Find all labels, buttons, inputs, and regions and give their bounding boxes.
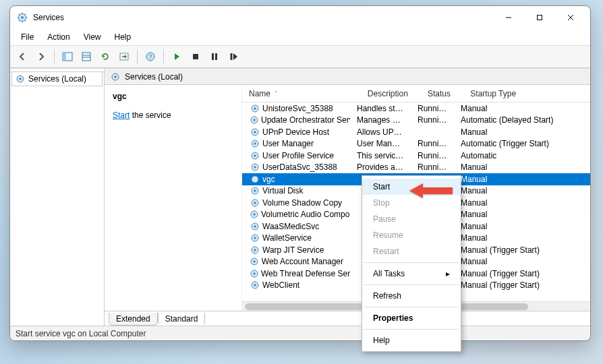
tab-extended[interactable]: Extended [109, 313, 158, 326]
ctx-pause: Pause [362, 211, 461, 227]
ctx-all-tasks[interactable]: All Tasks▸ [362, 266, 461, 282]
tree-root-item[interactable]: Services (Local) [11, 71, 103, 86]
svg-point-57 [254, 260, 256, 263]
service-row[interactable]: UPnP Device HostAllows UPn...Manual [242, 126, 590, 138]
gear-icon [249, 245, 261, 255]
status-text: Start service vgc on Local Computer [16, 329, 146, 338]
nav-back-button[interactable] [14, 49, 30, 65]
svg-point-33 [253, 119, 256, 121]
close-button[interactable] [555, 7, 586, 28]
service-name: Warp JIT Service [262, 245, 324, 255]
service-row[interactable]: Update Orchestrator ServiceManages Wi...… [242, 115, 590, 127]
service-row[interactable]: UserDataSvc_35388Provides ap...RunningMa… [242, 162, 590, 174]
start-service-button[interactable] [169, 49, 185, 65]
tree-pane[interactable]: Services (Local) [10, 69, 105, 326]
service-status: Running [411, 139, 454, 148]
svg-rect-25 [231, 53, 233, 60]
service-startup: Manual [454, 162, 582, 172]
gear-icon [15, 73, 26, 84]
svg-point-1 [21, 16, 24, 19]
maximize-button[interactable] [524, 7, 555, 28]
gear-icon [249, 150, 261, 161]
svg-line-7 [25, 20, 26, 22]
svg-rect-15 [63, 53, 66, 61]
col-name[interactable]: Name˄ [242, 86, 361, 101]
service-name: WebClient [262, 280, 299, 290]
service-startup: Manual [454, 198, 582, 208]
stop-service-button[interactable] [188, 49, 204, 65]
menu-view[interactable]: View [78, 31, 107, 43]
svg-rect-23 [212, 53, 214, 60]
service-row[interactable]: UnistoreSvc_35388Handles sto...RunningMa… [242, 102, 590, 115]
gear-icon [249, 115, 260, 125]
window-controls [493, 7, 586, 28]
show-hide-tree-button[interactable] [59, 49, 76, 65]
svg-line-6 [19, 14, 20, 16]
right-header-label: Services (Local) [125, 72, 183, 82]
app-icon [17, 12, 28, 23]
action-suffix: the service [130, 111, 171, 120]
view-tabs: Extended Standard [105, 311, 590, 326]
menu-action[interactable]: Action [42, 31, 75, 43]
svg-point-59 [253, 272, 256, 275]
svg-point-31 [254, 107, 256, 110]
ctx-restart: Restart [362, 243, 461, 260]
refresh-button[interactable] [97, 49, 113, 65]
col-startup[interactable]: Startup Type [463, 86, 590, 101]
gear-icon [249, 174, 261, 185]
svg-text:?: ? [148, 53, 152, 60]
svg-point-61 [254, 284, 256, 286]
toolbar-separator [137, 49, 138, 64]
gear-icon [110, 71, 121, 82]
ctx-stop: Stop [362, 195, 461, 211]
service-desc: User Manag... [350, 139, 411, 148]
service-startup: Manual [454, 222, 582, 231]
svg-point-45 [254, 189, 256, 192]
ctx-help[interactable]: Help [362, 332, 461, 348]
window-title: Services [33, 13, 64, 22]
export-button[interactable] [116, 49, 132, 65]
ctx-refresh[interactable]: Refresh [362, 288, 461, 304]
service-row[interactable]: User Profile ServiceThis service ...Runn… [242, 150, 590, 162]
service-name: Virtual Disk [262, 186, 303, 195]
tab-standard[interactable]: Standard [158, 313, 206, 326]
service-startup: Manual [454, 127, 582, 137]
service-startup: Manual [454, 257, 582, 266]
service-name: User Manager [262, 139, 314, 148]
nav-forward-button[interactable] [33, 49, 49, 65]
ctx-properties[interactable]: Properties [362, 310, 461, 326]
ctx-separator [364, 307, 459, 307]
ctx-start[interactable]: Start [362, 179, 461, 195]
pause-service-button[interactable] [206, 49, 223, 65]
service-desc: This service ... [350, 151, 411, 160]
service-name: Web Account Manager [262, 257, 343, 266]
gear-icon [249, 256, 260, 267]
service-status: Running [411, 162, 454, 172]
service-name: Update Orchestrator Service [261, 115, 350, 125]
toolbar-separator [163, 49, 164, 64]
restart-service-button[interactable] [225, 49, 241, 65]
start-link[interactable]: Start [113, 111, 130, 120]
menu-help[interactable]: Help [109, 31, 137, 43]
help-button[interactable]: ? [142, 49, 159, 65]
toolbar-separator [54, 49, 55, 64]
minimize-button[interactable] [493, 7, 524, 28]
col-status[interactable]: Status [421, 86, 463, 101]
svg-rect-22 [193, 54, 198, 59]
service-row[interactable]: User ManagerUser Manag...RunningAutomati… [242, 138, 590, 150]
service-status: Running [411, 115, 454, 125]
menu-file[interactable]: File [16, 31, 39, 43]
service-startup: Automatic (Delayed Start) [454, 115, 582, 125]
service-desc: Manages Wi... [350, 115, 411, 125]
svg-point-51 [254, 225, 256, 228]
gear-icon [249, 221, 261, 232]
service-startup: Manual (Trigger Start) [454, 280, 582, 290]
toolbar: ? [10, 45, 590, 68]
svg-point-29 [114, 75, 117, 78]
export-list-button[interactable] [78, 49, 94, 65]
service-startup: Manual (Trigger Start) [454, 269, 582, 278]
col-description[interactable]: Description [361, 86, 421, 101]
svg-point-37 [254, 142, 256, 145]
gear-icon [249, 185, 261, 196]
svg-line-8 [19, 20, 20, 22]
